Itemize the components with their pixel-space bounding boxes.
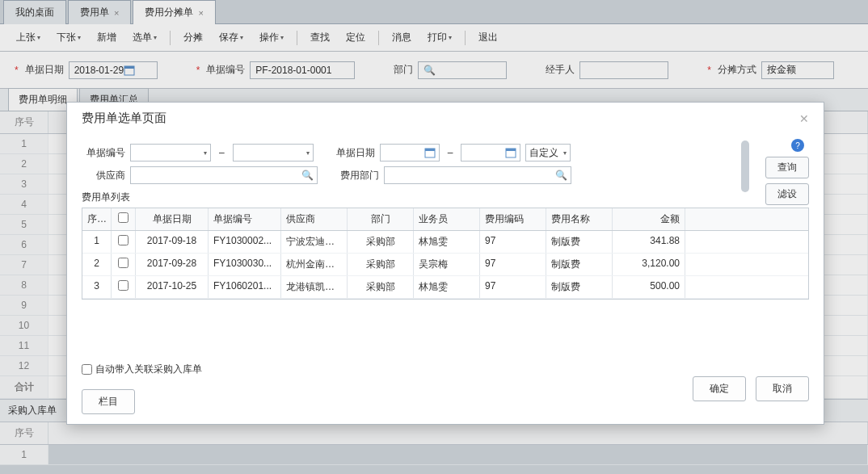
col-amount: 金额 (613, 208, 685, 230)
filter-date-to[interactable] (461, 144, 520, 161)
cell-check (112, 231, 136, 253)
cell-amount: 341.88 (613, 231, 685, 253)
col-check (112, 208, 136, 230)
cell-check (112, 254, 136, 275)
filter-date-range[interactable]: 自定义▾ (525, 144, 571, 161)
cell-date: 2017-09-28 (136, 254, 209, 275)
filter-date-from[interactable] (380, 144, 440, 161)
chevron-down-icon: ▾ (563, 149, 567, 157)
help-icon[interactable]: ? (791, 139, 804, 152)
table-row[interactable]: 12017-09-18FY1030002...宁波宏迪尺...采购部林旭雯97制… (82, 231, 808, 254)
filter-buttons: ? 查询 滤设 (765, 139, 809, 205)
modal-header: 费用单选单页面 ✕ (67, 103, 824, 134)
cell-date: 2017-10-25 (136, 276, 209, 298)
col-fee-code: 费用编码 (480, 208, 546, 230)
cell-fee-code: 97 (480, 254, 546, 275)
cell-supplier: 宁波宏迪尺... (281, 231, 348, 253)
col-biz: 业务员 (414, 208, 480, 230)
col-supplier: 供应商 (281, 208, 348, 230)
col-seq: 序号 (82, 208, 112, 230)
chevron-down-icon: ▾ (204, 149, 207, 157)
filter-code-from[interactable]: ▾ (130, 144, 211, 161)
chevron-down-icon: ▾ (306, 149, 310, 157)
cell-amount: 3,120.00 (613, 254, 685, 275)
filter-code-label: 单据编号 (82, 146, 125, 160)
column-button[interactable]: 栏目 (82, 389, 135, 414)
cell-fee-name: 制版费 (546, 276, 613, 298)
filter-settings-button[interactable]: 滤设 (765, 183, 809, 205)
cancel-button[interactable]: 取消 (756, 376, 809, 401)
cell-seq: 2 (82, 254, 112, 275)
table-row[interactable]: 32017-10-25FY1060201...龙港镇凯吉...采购部林旭雯97制… (82, 276, 808, 299)
select-all-checkbox[interactable] (118, 212, 129, 223)
svg-rect-5 (506, 149, 516, 151)
modal-footer: 自动带入关联采购入库单 栏目 确定 取消 (67, 354, 824, 424)
filter-code-to[interactable]: ▾ (233, 144, 314, 161)
cell-fee-name: 制版费 (546, 254, 613, 275)
filter-dept-label: 费用部门 (322, 169, 379, 182)
select-modal: 费用单选单页面 ✕ 单据编号 ▾ – ▾ 单据日期 – 自定义▾ 供应商 🔍 费… (66, 102, 824, 425)
cell-seq: 1 (82, 231, 112, 253)
query-button[interactable]: 查询 (765, 157, 809, 178)
calendar-icon (505, 147, 516, 158)
filter-scrollbar[interactable] (741, 141, 749, 192)
ok-button[interactable]: 确定 (693, 376, 746, 401)
auto-link-checkbox-label[interactable]: 自动带入关联采购入库单 (82, 363, 202, 376)
filter-supplier-input[interactable]: 🔍 (130, 166, 318, 184)
col-date: 单据日期 (136, 208, 209, 230)
auto-link-text: 自动带入关联采购入库单 (95, 363, 202, 376)
calendar-icon (424, 147, 436, 158)
cell-biz: 林旭雯 (414, 231, 480, 253)
cell-seq: 3 (82, 276, 112, 298)
modal-body: 单据编号 ▾ – ▾ 单据日期 – 自定义▾ 供应商 🔍 费用部门 🔍 ? 查询… (67, 134, 824, 354)
cell-code: FY1030002... (209, 231, 281, 253)
row-checkbox[interactable] (118, 235, 129, 245)
cell-fee-code: 97 (480, 276, 546, 298)
range-dash: – (445, 147, 457, 158)
cell-biz: 林旭雯 (414, 276, 480, 298)
cell-dept: 采购部 (348, 276, 414, 298)
cell-code: FY1060201... (209, 276, 281, 298)
cell-supplier: 龙港镇凯吉... (281, 276, 348, 298)
cell-date: 2017-09-18 (136, 231, 209, 253)
cell-amount: 500.00 (613, 276, 685, 298)
cell-biz: 吴宗梅 (414, 254, 480, 275)
list-title: 费用单列表 (82, 191, 809, 204)
filter-supplier-label: 供应商 (82, 169, 125, 182)
cell-dept: 采购部 (348, 254, 414, 275)
close-icon[interactable]: ✕ (799, 112, 809, 125)
table-header: 序号 单据日期 单据编号 供应商 部门 业务员 费用编码 费用名称 金额 (82, 208, 808, 231)
cell-dept: 采购部 (348, 231, 414, 253)
search-icon[interactable]: 🔍 (555, 170, 567, 181)
col-code: 单据编号 (209, 208, 281, 230)
col-dept: 部门 (348, 208, 414, 230)
filter-date-label: 单据日期 (318, 146, 375, 160)
row-checkbox[interactable] (118, 258, 129, 268)
auto-link-checkbox[interactable] (82, 364, 92, 375)
search-icon[interactable]: 🔍 (301, 170, 314, 181)
expense-list-table: 序号 单据日期 单据编号 供应商 部门 业务员 费用编码 费用名称 金额 120… (82, 208, 809, 300)
filter-dept-input[interactable]: 🔍 (384, 166, 571, 184)
cell-supplier: 杭州金南工... (281, 254, 348, 275)
col-fee-name: 费用名称 (546, 208, 613, 230)
row-checkbox[interactable] (118, 280, 129, 291)
cell-fee-name: 制版费 (546, 231, 613, 253)
cell-code: FY1030030... (209, 254, 281, 275)
cell-check (112, 276, 136, 298)
table-row[interactable]: 22017-09-28FY1030030...杭州金南工...采购部吴宗梅97制… (82, 254, 808, 276)
modal-title-text: 费用单选单页面 (82, 111, 166, 126)
range-dash: – (216, 147, 228, 158)
cell-fee-code: 97 (480, 231, 546, 253)
svg-rect-3 (425, 149, 435, 151)
